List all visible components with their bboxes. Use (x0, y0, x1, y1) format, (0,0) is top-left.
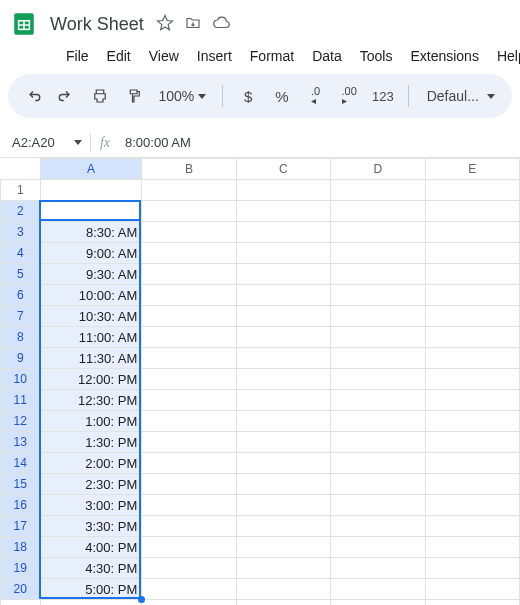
cell-D13[interactable] (331, 432, 425, 453)
cell-E14[interactable] (425, 453, 519, 474)
cell-E20[interactable] (425, 579, 519, 600)
cell-A7[interactable]: 10:30: AM (40, 306, 142, 327)
menu-tools[interactable]: Tools (352, 44, 401, 68)
cell-B21[interactable] (142, 600, 236, 606)
cell-B12[interactable] (142, 411, 236, 432)
menu-format[interactable]: Format (242, 44, 302, 68)
cell-D11[interactable] (331, 390, 425, 411)
cell-C19[interactable] (236, 558, 330, 579)
cell-D21[interactable] (331, 600, 425, 606)
cell-C11[interactable] (236, 390, 330, 411)
cell-B1[interactable] (142, 180, 236, 201)
row-header[interactable]: 12 (1, 411, 41, 432)
cell-B7[interactable] (142, 306, 236, 327)
cell-C20[interactable] (236, 579, 330, 600)
cell-C3[interactable] (236, 222, 330, 243)
column-header-A[interactable]: A (40, 159, 142, 180)
cell-C8[interactable] (236, 327, 330, 348)
row-header[interactable]: 19 (1, 558, 41, 579)
cell-A9[interactable]: 11:30: AM (40, 348, 142, 369)
column-header-E[interactable]: E (425, 159, 519, 180)
cell-C10[interactable] (236, 369, 330, 390)
menu-file[interactable]: File (58, 44, 97, 68)
cell-D2[interactable] (331, 201, 425, 222)
cell-E5[interactable] (425, 264, 519, 285)
decrease-decimal-button[interactable]: .0◂ (301, 81, 331, 111)
menu-edit[interactable]: Edit (99, 44, 139, 68)
row-header[interactable]: 6 (1, 285, 41, 306)
cell-D19[interactable] (331, 558, 425, 579)
cloud-status-icon[interactable] (212, 14, 230, 35)
increase-decimal-button[interactable]: .00▸ (334, 81, 364, 111)
zoom-select[interactable]: 100% (153, 88, 213, 104)
row-header[interactable]: 20 (1, 579, 41, 600)
cell-A15[interactable]: 2:30: PM (40, 474, 142, 495)
row-header[interactable]: 3 (1, 222, 41, 243)
cell-C5[interactable] (236, 264, 330, 285)
row-header[interactable]: 21 (1, 600, 41, 606)
cell-E13[interactable] (425, 432, 519, 453)
cell-C1[interactable] (236, 180, 330, 201)
cell-D6[interactable] (331, 285, 425, 306)
row-header[interactable]: 8 (1, 327, 41, 348)
row-header[interactable]: 2 (1, 201, 41, 222)
column-header-C[interactable]: C (236, 159, 330, 180)
cell-A14[interactable]: 2:00: PM (40, 453, 142, 474)
cell-C14[interactable] (236, 453, 330, 474)
move-icon[interactable] (184, 14, 202, 35)
cell-D10[interactable] (331, 369, 425, 390)
cell-C7[interactable] (236, 306, 330, 327)
cell-E17[interactable] (425, 516, 519, 537)
cell-E12[interactable] (425, 411, 519, 432)
cell-B5[interactable] (142, 264, 236, 285)
cell-B8[interactable] (142, 327, 236, 348)
row-header[interactable]: 11 (1, 390, 41, 411)
cell-D20[interactable] (331, 579, 425, 600)
row-header[interactable]: 5 (1, 264, 41, 285)
cell-C9[interactable] (236, 348, 330, 369)
cell-D4[interactable] (331, 243, 425, 264)
row-header[interactable]: 1 (1, 180, 41, 201)
cell-B4[interactable] (142, 243, 236, 264)
cell-A4[interactable]: 9:00: AM (40, 243, 142, 264)
undo-button[interactable] (18, 81, 48, 111)
percent-button[interactable]: % (267, 81, 297, 111)
star-icon[interactable] (156, 14, 174, 35)
cell-B15[interactable] (142, 474, 236, 495)
cell-E3[interactable] (425, 222, 519, 243)
cell-B6[interactable] (142, 285, 236, 306)
cell-A6[interactable]: 10:00: AM (40, 285, 142, 306)
menu-help[interactable]: Help (489, 44, 520, 68)
cell-A19[interactable]: 4:30: PM (40, 558, 142, 579)
column-header-B[interactable]: B (142, 159, 236, 180)
cell-D3[interactable] (331, 222, 425, 243)
cell-D12[interactable] (331, 411, 425, 432)
cell-D16[interactable] (331, 495, 425, 516)
cell-A21[interactable] (40, 600, 142, 606)
cell-E15[interactable] (425, 474, 519, 495)
cell-B20[interactable] (142, 579, 236, 600)
cell-A2[interactable]: 8:00: AM (40, 201, 142, 222)
row-header[interactable]: 4 (1, 243, 41, 264)
number-format-button[interactable]: 123 (368, 81, 398, 111)
cell-C18[interactable] (236, 537, 330, 558)
cell-C17[interactable] (236, 516, 330, 537)
name-box[interactable]: A2:A20 (0, 135, 90, 150)
row-header[interactable]: 17 (1, 516, 41, 537)
row-header[interactable]: 14 (1, 453, 41, 474)
formula-input[interactable]: 8:00:00 AM (119, 135, 520, 150)
cell-E18[interactable] (425, 537, 519, 558)
menu-extensions[interactable]: Extensions (402, 44, 486, 68)
cell-E4[interactable] (425, 243, 519, 264)
cell-A8[interactable]: 11:00: AM (40, 327, 142, 348)
cell-A13[interactable]: 1:30: PM (40, 432, 142, 453)
cell-C4[interactable] (236, 243, 330, 264)
cell-D14[interactable] (331, 453, 425, 474)
cell-A20[interactable]: 5:00: PM (40, 579, 142, 600)
cell-B13[interactable] (142, 432, 236, 453)
cell-A17[interactable]: 3:30: PM (40, 516, 142, 537)
redo-button[interactable] (52, 81, 82, 111)
row-header[interactable]: 13 (1, 432, 41, 453)
cell-C15[interactable] (236, 474, 330, 495)
row-header[interactable]: 18 (1, 537, 41, 558)
